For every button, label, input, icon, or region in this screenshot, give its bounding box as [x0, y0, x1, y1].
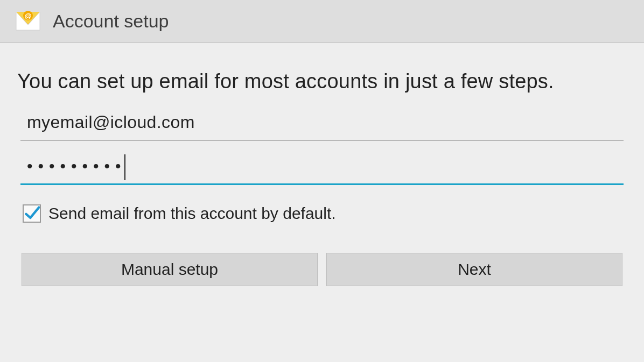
email-field[interactable] [20, 107, 624, 141]
password-mask: ••••••••• [27, 158, 127, 174]
manual-setup-button[interactable]: Manual setup [22, 253, 318, 286]
title-bar: @ Account setup [0, 0, 644, 43]
content-area: You can set up email for most accounts i… [0, 43, 644, 286]
svg-text:@: @ [25, 12, 32, 20]
password-field[interactable]: ••••••••• [20, 153, 624, 185]
next-button[interactable]: Next [326, 253, 622, 286]
default-account-label: Send email from this account by default. [48, 204, 336, 223]
default-account-checkbox[interactable] [23, 204, 41, 223]
email-app-icon: @ [13, 6, 43, 37]
page-title: Account setup [53, 11, 169, 32]
setup-heading: You can set up email for most accounts i… [17, 70, 627, 93]
